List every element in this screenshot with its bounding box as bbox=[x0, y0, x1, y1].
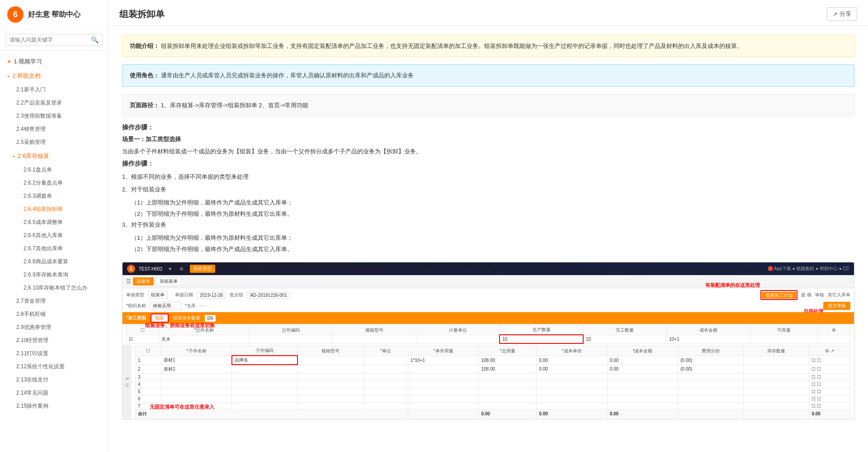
step2-1: （1）上部明细为父件明细，最终作为产成品生成其它入库单； bbox=[122, 197, 854, 209]
sidebar-item-costadjust[interactable]: 2.6.5成本调整单 bbox=[0, 216, 108, 229]
annotation-1: 有装配清单的在这里处理 bbox=[705, 282, 760, 289]
sidebar-item-newbie[interactable]: 2.1新手入门 bbox=[0, 83, 108, 96]
intro-text: 组装拆卸单用来处理企业组装或拆卸等加工业务，支持有固定装配清单的产品加工业务，也… bbox=[161, 43, 743, 49]
mock-type-label: *加工类型 bbox=[126, 315, 146, 321]
nav-area: + 1.视频学习 - 2.帮助文档 2.1新手入门 2.2产品安装及登录 2.3… bbox=[0, 51, 108, 452]
table-row: ☑ 关木 10 10 10+1 bbox=[127, 335, 850, 343]
sidebar: 6 好生意 帮助中心 🔍 + 1.视频学习 - 2.帮助文档 2.1新手入门 2… bbox=[0, 0, 108, 452]
mock-warehouse bbox=[199, 305, 206, 307]
role-text: 通常由生产人员或库管人员完成拆装业务的操作，库管人员确认原材料的出库和产成品的入… bbox=[161, 72, 414, 79]
mock-submit-btn: 提交审核 bbox=[823, 302, 850, 310]
main-content: 组装拆卸单 ↗ 分享 功能介绍： 组装拆卸单用来处理企业组装或拆卸等加工业务，支… bbox=[108, 0, 868, 452]
mock-doc-type: 组装单 bbox=[148, 291, 168, 299]
mock-type-value: 组装 bbox=[151, 314, 169, 323]
step2-2: （2）下部明细为子件明细，最终作为原材料生成其它出库单。 bbox=[122, 209, 854, 220]
mock-date: 2019-12-26 bbox=[197, 292, 226, 299]
mock-plan-btn: 选择加工计划 bbox=[762, 292, 796, 299]
path-box: 页面路径： 1、库存核算->库存管理->组装拆卸单 2、首页->常用功能 bbox=[122, 94, 854, 116]
table-row: 2 原材2 108.00 0.00 0.00 (0.00) bbox=[136, 365, 850, 373]
sidebar-item-inventory[interactable]: - 2.6库存核算 bbox=[0, 149, 108, 163]
logo-icon: 6 bbox=[7, 6, 24, 23]
path-label: 页面路径： bbox=[130, 102, 159, 109]
search-icon[interactable]: 🔍 bbox=[91, 36, 99, 43]
table-row: 7 ☐ ☐ bbox=[136, 402, 850, 409]
table-footer-row: 合计 0.00 0.00 0.00 0.00 bbox=[136, 409, 850, 418]
sidebar-item-video[interactable]: + 1.视频学习 bbox=[0, 54, 108, 69]
table-row: 3 ☐ ☐ bbox=[136, 373, 850, 381]
mock-plan-select-wrapper: 选择加工计划 bbox=[760, 290, 797, 300]
step2: 2、对于组装业务 bbox=[122, 184, 854, 195]
logo-title: 好生意 帮助中心 bbox=[28, 10, 80, 19]
role-label: 使用角色： bbox=[130, 72, 159, 79]
sidebar-item-finance[interactable]: 2.7资金管理 bbox=[0, 295, 108, 308]
sidebar-item-faq[interactable]: 2.14常见问题 bbox=[0, 386, 108, 400]
mock-nav-icon: ☰ bbox=[126, 278, 131, 285]
share-button[interactable]: ↗ 分享 bbox=[827, 7, 857, 21]
sidebar-item-transfer[interactable]: 2.6.3调拨单 bbox=[0, 190, 108, 203]
sidebar-item-install[interactable]: 2.2产品安装及登录 bbox=[0, 96, 108, 109]
table-row: 4 ☐ ☐ bbox=[136, 381, 850, 388]
annotation-4: 无固定清单可在这里任意录入 bbox=[150, 404, 214, 410]
search-area: 🔍 bbox=[0, 29, 108, 51]
sidebar-item-assemble[interactable]: 2.6.4组装拆卸单 bbox=[0, 203, 108, 216]
sidebar-item-otherinstock[interactable]: 2.6.6其他入库单 bbox=[0, 229, 108, 242]
mock-form-area: 单据类型 组装单 单据日期 2019-12-26 批次组 AD-20191226… bbox=[123, 288, 854, 312]
sidebar-item-cases[interactable]: 2.15操作案例 bbox=[0, 400, 108, 413]
mock-upper-table-area: ☐ *父件名称 父件编码 规格型号 计量单位 生产数量 完工数量 成本金额 可库… bbox=[123, 324, 854, 345]
search-input[interactable] bbox=[9, 37, 91, 43]
intro-box: 功能介绍： 组装拆卸单用来处理企业组装或拆卸等加工业务，支持有固定装配清单的产品… bbox=[122, 35, 854, 57]
role-box: 使用角色： 通常由生产人员或库管人员完成拆装业务的操作，库管人员确认原材料的出库… bbox=[122, 64, 854, 86]
step3-2: （2）下部明细为子件明细，最终作为产成品生成其它入库单。 bbox=[122, 244, 854, 255]
page-title: 组装拆卸单 bbox=[119, 8, 165, 20]
sidebar-item-stockcheck[interactable]: 2.6.9库存账本查询 bbox=[0, 268, 108, 281]
sidebar-item-docs[interactable]: - 2.帮助文档 bbox=[0, 69, 108, 83]
sidebar-item-purchase[interactable]: 2.5采购管理 bbox=[0, 136, 108, 149]
mock-batch: AD-20191226-001 bbox=[247, 292, 290, 299]
mock-app-title: TEST-H002 bbox=[139, 266, 162, 271]
sidebar-item-stockerror[interactable]: 2.6.10库存账本错了怎么办 bbox=[0, 281, 108, 295]
collapse-icon-inventory: - bbox=[13, 152, 15, 160]
sidebar-item-coupon[interactable]: 2.9优惠券管理 bbox=[0, 321, 108, 334]
intro-label: 功能介绍： bbox=[130, 43, 159, 49]
path-text: 1、库存核算->库存管理->组装拆卸单 2、首页->常用功能 bbox=[161, 102, 309, 109]
step3: 3、对于拆装业务 bbox=[122, 219, 854, 231]
sidebar-item-sales[interactable]: 2.4销售管理 bbox=[0, 123, 108, 136]
mock-upper-table: ☐ *父件名称 父件编码 规格型号 计量单位 生产数量 完工数量 成本金额 可库… bbox=[126, 325, 850, 344]
sidebar-item-stockdivide[interactable]: 2.6.2分量盘点单 bbox=[0, 176, 108, 190]
sidebar-item-mobile[interactable]: 2.8手机旺铺 bbox=[0, 308, 108, 321]
op-steps-label: 操作步骤： bbox=[122, 160, 854, 168]
table-row: 5 ☐ ☐ bbox=[136, 388, 850, 395]
step1: 1、根据不同的业务，选择不同单据的类型来处理 bbox=[122, 171, 854, 183]
scene1-desc: 当由多个子件材料组装成一个成品的业务为【组装】业务，当由一个父件拆分成多个子产品… bbox=[122, 146, 854, 157]
sidebar-item-customize[interactable]: 2.12系统个性化设置 bbox=[0, 360, 108, 373]
mock-lower-table: ☐ *子件名称 子件编码 规格型号 *单位 *单件用量 *总用量 *成本单价 *… bbox=[135, 346, 850, 419]
mock-tab-existing: 东组装单 bbox=[156, 277, 182, 286]
sidebar-item-payment[interactable]: 2.13在线支付 bbox=[0, 373, 108, 386]
step3-1: （1）上部明细为父件明细，最终作为原材料生成其它出库单； bbox=[122, 233, 854, 244]
mock-logo: 6 bbox=[127, 265, 135, 273]
sidebar-item-goodscost[interactable]: 2.6.8商品成本重算 bbox=[0, 255, 108, 268]
content-body: 功能介绍： 组装拆卸单用来处理企业组装或拆卸等加工业务，支持有固定装配清单的产品… bbox=[108, 26, 868, 452]
sidebar-item-stocktake[interactable]: 2.6.1盘点单 bbox=[0, 163, 108, 176]
table-row: 6 ☐ ☐ bbox=[136, 395, 850, 402]
collapse-icon: - bbox=[7, 72, 9, 80]
sidebar-item-print[interactable]: 2.11打印设置 bbox=[0, 347, 108, 360]
table-row: 1 原材1 品牌名 1*10+1 108.00 0.00 0.00 (0.00) bbox=[136, 356, 850, 365]
mock-new-doc-btn: 拆装类型 bbox=[190, 265, 215, 273]
op-steps: 操作步骤： 场景一：加工类型选择 当由多个子件材料组装成一个成品的业务为【组装】… bbox=[122, 124, 854, 255]
scene1-title: 场景一：加工类型选择 bbox=[122, 135, 854, 143]
sidebar-item-otheroutstock[interactable]: 2.6.7其他出库单 bbox=[0, 242, 108, 255]
mock-lower-table-area: ⇅ ☰ ☐ *子件名称 子件编码 规格型号 *单位 *单件用量 bbox=[123, 345, 854, 419]
screenshot-container: 6 TEST-H002 ▼ ⚙ 拆装类型 🔴 App下载 ● 视频教程 ● 帮助… bbox=[122, 262, 854, 420]
mock-app-header: 6 TEST-H002 ▼ ⚙ 拆装类型 🔴 App下载 ● 视频教程 ● 帮助… bbox=[123, 262, 854, 275]
op-title: 操作步骤： bbox=[122, 124, 854, 132]
mock-tab-new: 新建单 bbox=[133, 277, 154, 285]
sidebar-item-operation[interactable]: 2.10经营管理 bbox=[0, 334, 108, 347]
logo-area: 6 好生意 帮助中心 bbox=[0, 0, 108, 29]
expand-icon: + bbox=[7, 58, 11, 65]
search-box[interactable]: 🔍 bbox=[5, 34, 103, 46]
sidebar-item-data[interactable]: 2.3使用前数据准备 bbox=[0, 109, 108, 123]
mock-type-row: *加工类型 组装 组装业务数量 0/6 组装业务、拆卸业务在这里切换 bbox=[123, 312, 854, 324]
annotation-2: 组装业务、拆卸业务在这里切换 bbox=[145, 322, 215, 329]
main-header: 组装拆卸单 ↗ 分享 bbox=[108, 0, 868, 26]
